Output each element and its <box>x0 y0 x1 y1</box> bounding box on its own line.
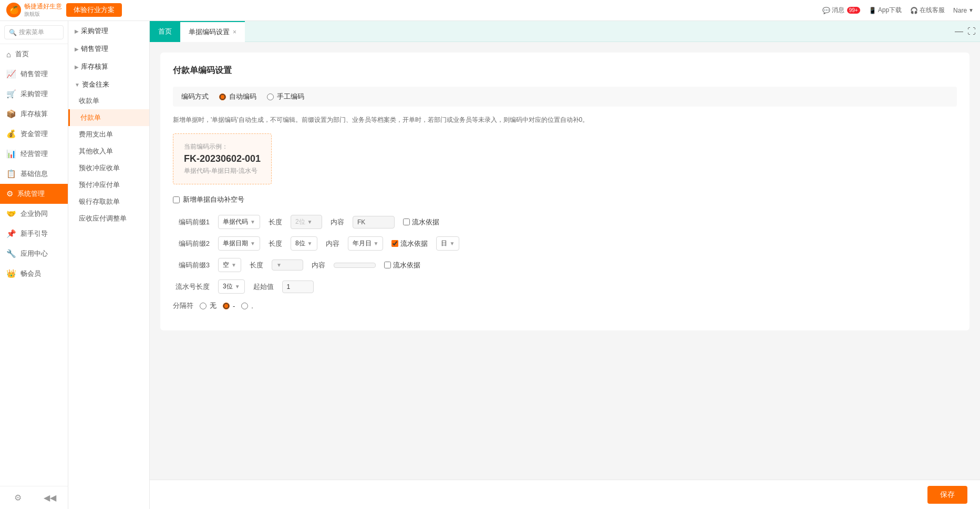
page-title: 付款单编码设置 <box>173 65 957 76</box>
sidebar-item-finance[interactable]: 💰 资金管理 <box>0 124 68 144</box>
prefix3-serial-text: 流水依据 <box>393 261 420 270</box>
sec-item-prepay-offset[interactable]: 预收冲应收单 <box>68 160 149 176</box>
app-download-button[interactable]: 📱 App下载 <box>869 6 902 15</box>
code-preview-sub: 单据代码-单据日期-流水号 <box>184 167 261 175</box>
sec-group-sales-header[interactable]: ▶ 销售管理 <box>68 39 149 57</box>
prefix2-length-select[interactable]: 8位 ▼ <box>291 236 317 251</box>
tab-fullscreen-button[interactable]: ⛶ <box>967 27 976 36</box>
sidebar-item-home-label: 首页 <box>15 49 29 59</box>
message-icon: 💬 <box>822 7 830 14</box>
sec-item-adjust[interactable]: 应收应付调整单 <box>68 210 149 227</box>
search-menu-button[interactable]: 🔍 搜索菜单 <box>4 25 64 39</box>
sidebar-item-inventory-label: 库存核算 <box>20 109 48 119</box>
settings-bottom-button[interactable]: ⚙ <box>4 491 32 505</box>
sidebar-item-inventory[interactable]: 📦 库存核算 <box>0 104 68 124</box>
tab-minimize-button[interactable]: — <box>955 27 963 36</box>
sec-item-expense[interactable]: 费用支出单 <box>68 126 149 143</box>
sidebar-item-purchase[interactable]: 🛒 采购管理 <box>0 84 68 104</box>
operations-icon: 📊 <box>6 149 16 159</box>
prefix2-serial-checkbox[interactable] <box>391 240 398 247</box>
sep-none-radio[interactable] <box>200 303 207 309</box>
chevron-right-icon: ▶ <box>75 28 79 34</box>
sec-item-other-income[interactable]: 其他收入单 <box>68 143 149 160</box>
prefix3-chevron-icon: ▼ <box>231 262 236 268</box>
sec-group-sales-label: 销售管理 <box>81 44 108 54</box>
auto-code-radio[interactable] <box>219 94 226 100</box>
save-button[interactable]: 保存 <box>927 486 967 504</box>
collapse-sidebar-button[interactable]: ◀◀ <box>36 491 64 505</box>
sidebar-item-operations[interactable]: 📊 经营管理 <box>0 144 68 164</box>
sec-item-payment[interactable]: 付款单 <box>68 109 149 126</box>
prefix2-serial-unit-select[interactable]: 日 ▼ <box>436 236 459 251</box>
code-preview-label: 当前编码示例： <box>184 142 261 151</box>
sidebar-item-guide[interactable]: 📌 新手引导 <box>0 224 68 244</box>
serial-length-select[interactable]: 3位 ▼ <box>218 279 245 294</box>
prefix1-length-label: 长度 <box>269 217 282 227</box>
sep-dot-label[interactable]: . <box>241 302 253 310</box>
prefix1-content-value: FK <box>357 219 365 226</box>
sidebar-item-member[interactable]: 👑 畅会员 <box>0 264 68 284</box>
serial-length-chevron-icon: ▼ <box>235 284 240 289</box>
sec-group-inventory-header[interactable]: ▶ 库存核算 <box>68 57 149 75</box>
manual-code-radio-label[interactable]: 手工编码 <box>267 92 304 101</box>
autofill-checkbox[interactable] <box>173 196 180 203</box>
prefix1-serial-text: 流水依据 <box>412 217 439 227</box>
sec-item-receipt[interactable]: 收款单 <box>68 92 149 109</box>
prefix3-select[interactable]: 空 ▼ <box>218 258 241 272</box>
home-icon: ⌂ <box>6 50 11 59</box>
prefix3-content-label: 内容 <box>312 261 325 270</box>
tab-active-label: 单据编码设置 <box>189 27 230 37</box>
start-value-input[interactable] <box>282 281 314 293</box>
enterprise-icon: 🤝 <box>6 209 16 219</box>
inventory-icon: 📦 <box>6 109 16 119</box>
download-icon: 📱 <box>869 7 876 14</box>
prefix2-select[interactable]: 单据日期 ▼ <box>218 236 260 251</box>
sidebar-item-basic[interactable]: 📋 基础信息 <box>0 164 68 184</box>
message-button[interactable]: 💬 消息 99+ <box>822 6 860 15</box>
chevron-right-icon3: ▶ <box>75 64 79 70</box>
left-sidebar: 🔍 搜索菜单 ⌂ 首页 📈 销售管理 🛒 采购管理 📦 库存核算 💰 <box>0 21 68 509</box>
sidebar-item-enterprise[interactable]: 🤝 企业协同 <box>0 204 68 224</box>
prefix1-length-chevron-icon: ▼ <box>307 219 313 225</box>
sep-dash-label[interactable]: - <box>223 302 235 310</box>
sep-dash-radio[interactable] <box>223 303 230 309</box>
prefix3-value: 空 <box>223 261 229 269</box>
sec-group-purchase-header[interactable]: ▶ 采购管理 <box>68 21 149 39</box>
sidebar-item-sales[interactable]: 📈 销售管理 <box>0 64 68 84</box>
sec-group-sales: ▶ 销售管理 <box>68 39 149 57</box>
tab-close-icon[interactable]: × <box>233 28 236 36</box>
chevron-down-icon2: ▼ <box>75 82 80 88</box>
tab-active[interactable]: 单据编码设置 × <box>180 21 245 42</box>
sidebar-item-appstore[interactable]: 🔧 应用中心 <box>0 244 68 264</box>
message-badge: 99+ <box>847 7 860 14</box>
prefix1-select[interactable]: 单据代码 ▼ <box>218 215 260 229</box>
sec-group-finance-header[interactable]: ▼ 资金往来 <box>68 75 149 92</box>
online-service-button[interactable]: 🎧 在线客服 <box>910 6 945 15</box>
trial-industry-button[interactable]: 体验行业方案 <box>66 3 122 17</box>
sec-item-prepayment[interactable]: 预付冲应付单 <box>68 176 149 193</box>
prefix2-label: 编码前缀2 <box>173 239 210 248</box>
sidebar-item-home[interactable]: ⌂ 首页 <box>0 44 68 64</box>
sidebar-item-sales-label: 销售管理 <box>20 69 48 79</box>
separator-row: 分隔符 无 - . <box>173 301 957 310</box>
sec-item-bank[interactable]: 银行存取款单 <box>68 193 149 210</box>
prefix3-serial-label[interactable]: 流水依据 <box>384 261 420 270</box>
manual-code-radio[interactable] <box>267 94 274 100</box>
prefix2-value: 单据日期 <box>223 239 248 248</box>
prefix1-serial-label[interactable]: 流水依据 <box>403 217 439 227</box>
user-menu[interactable]: Nare ▼ <box>953 7 974 14</box>
prefix1-serial-checkbox[interactable] <box>403 219 410 225</box>
prefix2-content-select[interactable]: 年月日 ▼ <box>348 236 384 251</box>
sep-dot-radio[interactable] <box>241 303 248 309</box>
sidebar-item-system[interactable]: ⚙ 系统管理 <box>0 184 68 204</box>
prefix3-serial-checkbox[interactable] <box>384 262 391 268</box>
autofill-row: 新增单据自动补空号 <box>173 195 957 204</box>
prefix2-serial-label[interactable]: 流水依据 <box>391 239 428 248</box>
main-content: 首页 单据编码设置 × — ⛶ 付款单编码设置 编码方式 自动编码 <box>150 21 980 509</box>
sep-none-label[interactable]: 无 <box>200 301 216 310</box>
prefix2-content-chevron-icon: ▼ <box>374 241 379 246</box>
auto-code-radio-label[interactable]: 自动编码 <box>219 92 256 101</box>
service-icon: 🎧 <box>910 7 918 14</box>
tab-home[interactable]: 首页 <box>150 21 180 42</box>
topbar-left: 🍊 畅捷通好生意 旗舰版 体验行业方案 <box>6 3 122 17</box>
